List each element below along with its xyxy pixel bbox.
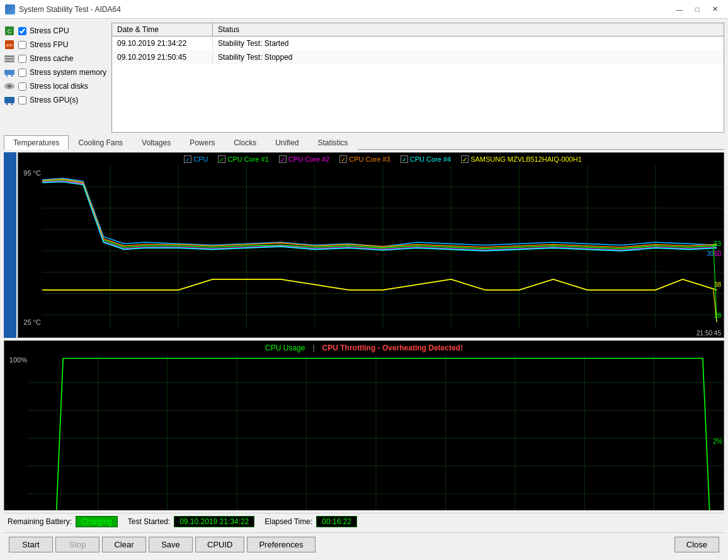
stress-disks-label: Stress local disks [30, 82, 88, 91]
battery-value: Charging [76, 516, 118, 527]
battery-item: Remaining Battery: Charging [8, 516, 118, 527]
tab-cooling-fans[interactable]: Cooling Fans [69, 135, 132, 150]
title-bar-controls: — □ ✕ [671, 3, 723, 16]
temp-chart-indicator [4, 152, 16, 338]
temp-time-label: 21:50:45 [42, 329, 724, 337]
tab-clocks[interactable]: Clocks [224, 135, 266, 150]
svg-rect-13 [6, 103, 8, 105]
maximize-button[interactable]: □ [689, 3, 705, 16]
clear-button[interactable]: Clear [102, 537, 146, 552]
temp-svg-container: 53 50 30 38 28 [42, 165, 724, 329]
log-datetime-1: 09.10.2019 21:34:22 [112, 38, 213, 49]
stress-disks-checkbox[interactable] [18, 82, 26, 91]
legend-samsung-label: SAMSUNG MZVLB512HAIQ-000H1 [470, 155, 582, 163]
stress-gpus-item: Stress GPU(s) [4, 94, 108, 106]
usage-chart-svg [28, 355, 724, 510]
main-content: C Stress CPU FP Stress FPU Stress cache … [0, 19, 728, 560]
legend-core1-label: CPU Core #1 [227, 155, 268, 163]
temp-label-53: 53 [714, 240, 721, 247]
close-button[interactable]: Close [674, 537, 719, 552]
legend-samsung: ✓ SAMSUNG MZVLB512HAIQ-000H1 [461, 155, 582, 163]
log-row-1: 09.10.2019 21:34:22 Stability Test: Star… [112, 36, 724, 50]
temp-y-min: 25 °C [20, 318, 41, 326]
stress-memory-icon [4, 67, 15, 78]
temp-chart-container: 95 °C 25 °C ✓ CPU ✓ CPU Core #1 [18, 152, 724, 338]
tab-voltages[interactable]: Voltages [132, 135, 180, 150]
tab-unified[interactable]: Unified [266, 135, 308, 150]
temp-label-50b: 30 [707, 250, 714, 257]
legend-core4: ✓ CPU Core #4 [401, 155, 451, 163]
test-started-label: Test Started: [128, 517, 170, 526]
usage-label-2pct: 2% [714, 438, 722, 445]
usage-y-100: 100% [6, 356, 27, 364]
cpu-throttling-label: CPU Throttling - Overheating Detected! [322, 344, 463, 352]
button-bar: Start Stop Clear Save CPUID Preferences … [4, 532, 724, 556]
temp-y-left: 95 °C 25 °C [18, 153, 42, 337]
app-title: System Stability Test - AIDA64 [19, 5, 121, 14]
test-started-value: 09.10.2019 21:34:22 [174, 516, 254, 527]
stop-button[interactable]: Stop [55, 537, 100, 552]
tab-powers[interactable]: Powers [180, 135, 224, 150]
stress-cpu-label: Stress CPU [30, 26, 69, 35]
pipe-separator: | [312, 344, 314, 352]
legend-cpu: ✓ CPU [184, 155, 208, 163]
stress-cache-checkbox[interactable] [18, 55, 26, 63]
save-button[interactable]: Save [149, 537, 193, 552]
svg-rect-5 [4, 58, 14, 60]
svg-rect-7 [4, 70, 14, 75]
minimize-button[interactable]: — [671, 3, 688, 16]
elapsed-value: 00:16:22 [316, 516, 357, 527]
stress-cpu-item: C Stress CPU [4, 25, 108, 36]
top-section: C Stress CPU FP Stress FPU Stress cache … [4, 23, 724, 133]
temp-chart-legend: ✓ CPU ✓ CPU Core #1 ✓ CPU Core #2 ✓ [42, 153, 724, 165]
stress-gpus-label: Stress GPU(s) [30, 96, 78, 104]
usage-y-labels: 100% 0% [4, 355, 28, 510]
stress-cpu-checkbox[interactable] [18, 27, 26, 35]
title-bar: System Stability Test - AIDA64 — □ ✕ [0, 0, 728, 19]
legend-core1: ✓ CPU Core #1 [218, 155, 268, 163]
elapsed-item: Elapsed Time: 00:16:22 [264, 516, 357, 527]
stress-fpu-checkbox[interactable] [18, 41, 26, 49]
log-header: Date & Time Status [112, 23, 724, 36]
temp-label-28: 28 [714, 312, 721, 319]
elapsed-label: Elapsed Time: [264, 517, 312, 526]
log-status-1: Stability Test: Started [213, 38, 294, 49]
stress-disks-item: Stress local disks [4, 81, 108, 92]
close-window-button[interactable]: ✕ [707, 3, 723, 16]
usage-svg-wrap: 2% 0% [28, 355, 724, 510]
stress-cpu-icon: C [4, 25, 15, 36]
usage-chart-title: CPU Usage | CPU Throttling - Overheating… [4, 341, 724, 355]
preferences-button[interactable]: Preferences [247, 537, 315, 552]
svg-text:FP: FP [6, 43, 13, 48]
stress-disks-icon [4, 81, 15, 92]
cpu-usage-label: CPU Usage [265, 344, 305, 352]
log-panel: Date & Time Status 09.10.2019 21:34:22 S… [111, 23, 724, 133]
temp-chart-outer: 95 °C 25 °C ✓ CPU ✓ CPU Core #1 [4, 152, 724, 338]
stress-fpu-item: FP Stress FPU [4, 39, 108, 50]
cpuid-button[interactable]: CPUID [195, 537, 244, 552]
battery-label: Remaining Battery: [8, 517, 72, 526]
temp-chart-svg [42, 165, 724, 329]
tabs-bar: Temperatures Cooling Fans Voltages Power… [4, 135, 724, 150]
legend-cpu-label: CPU [193, 155, 208, 163]
checkboxes-panel: C Stress CPU FP Stress FPU Stress cache … [4, 23, 108, 133]
start-button[interactable]: Start [9, 537, 53, 552]
svg-rect-14 [11, 103, 13, 105]
stress-cache-item: Stress cache [4, 53, 108, 64]
log-status-2: Stability Test: Stopped [213, 52, 298, 63]
log-datetime-header: Date & Time [112, 23, 213, 36]
stress-cache-label: Stress cache [30, 54, 73, 63]
tab-temperatures[interactable]: Temperatures [4, 135, 69, 150]
stress-fpu-icon: FP [4, 39, 15, 50]
temp-label-50: 50 [714, 250, 721, 257]
log-row-2: 09.10.2019 21:50:45 Stability Test: Stop… [112, 50, 724, 64]
svg-rect-9 [11, 75, 13, 77]
svg-point-11 [8, 85, 11, 87]
stress-memory-checkbox[interactable] [18, 69, 26, 77]
stress-gpus-icon [4, 94, 15, 106]
stress-gpus-checkbox[interactable] [18, 96, 26, 104]
legend-core2-label: CPU Core #2 [288, 155, 329, 163]
tab-statistics[interactable]: Statistics [309, 135, 358, 150]
svg-rect-4 [4, 55, 14, 57]
legend-core3-label: CPU Core #3 [349, 155, 390, 163]
